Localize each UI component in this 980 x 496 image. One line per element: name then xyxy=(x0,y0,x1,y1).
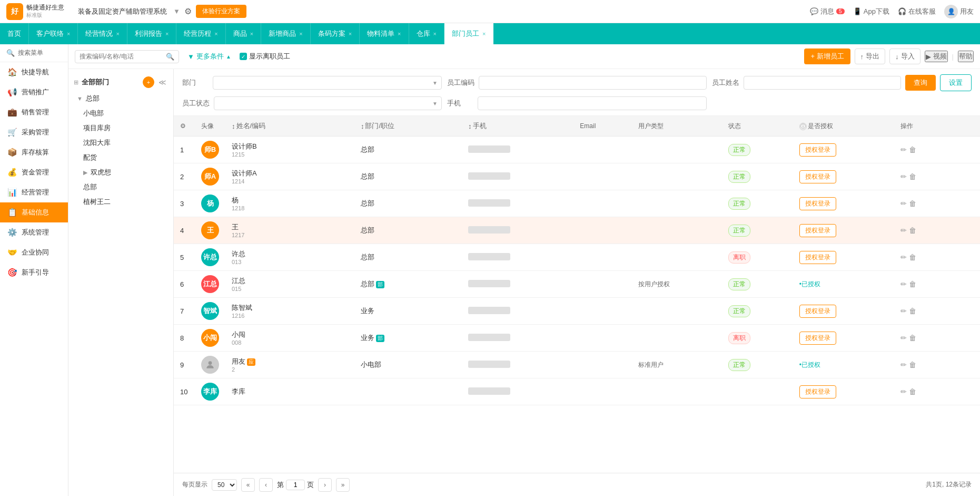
app-download-button[interactable]: 📱 App下载 xyxy=(853,7,889,16)
nav-tab-1[interactable]: 客户联络× xyxy=(29,23,78,44)
message-button[interactable]: 💬 消息 5 xyxy=(810,7,845,16)
tab-close-icon-1[interactable]: × xyxy=(67,31,70,37)
filter-dept-select[interactable] xyxy=(213,76,442,90)
tab-close-icon-6[interactable]: × xyxy=(299,31,302,37)
sidebar-item-3[interactable]: 🛒采购管理 xyxy=(0,122,68,142)
show-resigned-toggle[interactable]: ✓ 显示离职员工 xyxy=(240,52,290,61)
dropdown-icon[interactable]: ▼ xyxy=(173,7,180,15)
first-page-button[interactable]: « xyxy=(241,478,255,492)
delete-button-0[interactable]: 🗑 xyxy=(909,145,916,154)
edit-button-1[interactable]: ✏ xyxy=(900,172,907,181)
tab-close-icon-7[interactable]: × xyxy=(349,31,352,37)
edit-button-0[interactable]: ✏ xyxy=(900,145,907,154)
sidebar-item-0[interactable]: 🏠快捷导航 xyxy=(0,62,68,82)
dept-add-button[interactable]: + xyxy=(143,76,154,88)
dept-node-2[interactable]: 项目库房 xyxy=(68,121,173,135)
tab-close-icon-5[interactable]: × xyxy=(250,31,253,37)
nav-tab-2[interactable]: 经营情况× xyxy=(78,23,127,44)
sidebar-item-7[interactable]: 📋基础信息 xyxy=(0,202,68,222)
tab-close-icon-8[interactable]: × xyxy=(398,31,401,37)
sidebar-item-5[interactable]: 💰资金管理 xyxy=(0,162,68,182)
sidebar-item-8[interactable]: ⚙️系统管理 xyxy=(0,222,68,242)
edit-button-5[interactable]: ✏ xyxy=(900,280,907,288)
sidebar-search[interactable]: 🔍搜索菜单 xyxy=(0,44,68,62)
sidebar-item-10[interactable]: 🎯新手引导 xyxy=(0,262,68,283)
help-button[interactable]: 帮助 xyxy=(958,51,974,62)
prev-page-button[interactable]: ‹ xyxy=(259,478,273,492)
dept-node-4[interactable]: 配货 xyxy=(68,150,173,165)
col-settings[interactable]: ⚙ xyxy=(174,116,195,137)
nav-tab-5[interactable]: 商品× xyxy=(226,23,261,44)
filter-phone-input[interactable] xyxy=(478,96,707,110)
search-input[interactable] xyxy=(80,53,164,60)
next-page-button[interactable]: › xyxy=(318,478,332,492)
edit-button-3[interactable]: ✏ xyxy=(900,226,907,235)
delete-button-4[interactable]: 🗑 xyxy=(909,253,916,261)
sidebar-item-2[interactable]: 💼销售管理 xyxy=(0,102,68,122)
nav-tab-6[interactable]: 新增商品× xyxy=(261,23,310,44)
page-input[interactable] xyxy=(286,480,305,490)
filter-emp-code-input[interactable] xyxy=(479,76,707,90)
filter-status-select[interactable] xyxy=(214,96,442,110)
filter-emp-name-input[interactable] xyxy=(744,76,901,90)
import-button[interactable]: ↓ 导入 xyxy=(889,48,920,64)
dept-node-5[interactable]: ▶双虎想 xyxy=(68,165,173,180)
nav-tab-8[interactable]: 物料清单× xyxy=(360,23,409,44)
info-icon[interactable]: ⓘ xyxy=(799,123,807,130)
set-button[interactable]: 设置 xyxy=(940,74,972,91)
authorize-button-4[interactable]: 授权登录 xyxy=(799,251,836,264)
tab-close-icon-4[interactable]: × xyxy=(214,31,217,37)
delete-button-5[interactable]: 🗑 xyxy=(909,280,916,288)
export-button[interactable]: ↑ 导出 xyxy=(855,48,886,64)
page-size-select[interactable]: 50 xyxy=(212,479,237,491)
delete-button-3[interactable]: 🗑 xyxy=(909,226,916,235)
tab-close-icon-3[interactable]: × xyxy=(165,31,169,37)
authorize-button-3[interactable]: 授权登录 xyxy=(799,224,836,237)
dept-node-3[interactable]: 沈阳大库 xyxy=(68,135,173,150)
gear-icon[interactable]: ⚙ xyxy=(184,6,192,16)
authorize-button-0[interactable]: 授权登录 xyxy=(799,143,836,157)
edit-button-7[interactable]: ✏ xyxy=(900,334,907,342)
nav-tab-4[interactable]: 经营历程× xyxy=(176,23,225,44)
nav-tab-7[interactable]: 条码方案× xyxy=(311,23,360,44)
col-dept[interactable]: ↕部门/职位 xyxy=(354,116,462,137)
query-button[interactable]: 查询 xyxy=(905,75,936,91)
delete-button-9[interactable]: 🗑 xyxy=(909,387,916,396)
authorize-button-2[interactable]: 授权登录 xyxy=(799,197,836,210)
dept-node-7[interactable]: 植树王二 xyxy=(68,194,173,209)
authorize-button-6[interactable]: 授权登录 xyxy=(799,305,836,318)
edit-button-9[interactable]: ✏ xyxy=(900,387,907,396)
view-button[interactable]: ▶ 视频 xyxy=(925,51,948,62)
dept-list-icon[interactable]: ⊞ xyxy=(74,79,78,86)
delete-button-2[interactable]: 🗑 xyxy=(909,199,916,208)
nav-tab-0[interactable]: 首页 xyxy=(0,23,29,44)
sidebar-item-6[interactable]: 📊经营管理 xyxy=(0,182,68,202)
delete-button-1[interactable]: 🗑 xyxy=(909,172,916,181)
add-employee-button[interactable]: + 新增员工 xyxy=(804,48,850,64)
edit-button-2[interactable]: ✏ xyxy=(900,199,907,208)
experience-button[interactable]: 体验行业方案 xyxy=(196,5,246,18)
tab-close-icon-9[interactable]: × xyxy=(433,31,437,37)
sidebar-item-9[interactable]: 🤝企业协同 xyxy=(0,242,68,262)
authorize-button-9[interactable]: 授权登录 xyxy=(799,385,836,398)
delete-button-7[interactable]: 🗑 xyxy=(909,334,916,342)
edit-button-8[interactable]: ✏ xyxy=(900,361,907,369)
dept-node-1[interactable]: 小电部 xyxy=(68,106,173,121)
col-phone[interactable]: ↕手机 xyxy=(462,116,573,137)
authorize-button-7[interactable]: 授权登录 xyxy=(799,332,836,345)
online-service-button[interactable]: 🎧 在线客服 xyxy=(898,7,936,16)
delete-button-6[interactable]: 🗑 xyxy=(909,307,916,315)
dept-node-6[interactable]: 总部 xyxy=(68,180,173,194)
sidebar-item-1[interactable]: 📢营销推广 xyxy=(0,82,68,102)
delete-button-8[interactable]: 🗑 xyxy=(909,361,916,369)
user-menu-button[interactable]: 👤 用友 xyxy=(944,5,974,18)
dept-collapse-button[interactable]: ≪ xyxy=(156,76,168,88)
sidebar-item-4[interactable]: 📦库存核算 xyxy=(0,142,68,162)
last-page-button[interactable]: » xyxy=(336,478,350,492)
filter-more-button[interactable]: ▼ 更多条件 ▲ xyxy=(183,50,235,63)
dept-node-0[interactable]: ▼总部 xyxy=(68,91,173,106)
edit-button-4[interactable]: ✏ xyxy=(900,253,907,261)
tab-close-icon-10[interactable]: × xyxy=(482,31,486,37)
nav-tab-3[interactable]: 利润报告× xyxy=(127,23,176,44)
nav-tab-10[interactable]: 部门员工× xyxy=(444,23,493,44)
